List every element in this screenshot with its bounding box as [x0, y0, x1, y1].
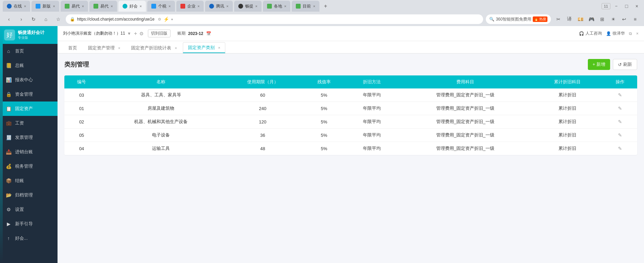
sidebar-item-funds[interactable]: 🔒 资金管理 — [0, 87, 58, 101]
user-name: 刘小艳演示账套（勿删勿动！）11 — [63, 31, 125, 36]
tab-home[interactable]: 首页 — [63, 42, 82, 53]
browser-tab-7[interactable]: 企业 × — [176, 1, 204, 12]
sidebar-item-fixed-assets[interactable]: 📋 固定资产 — [0, 101, 58, 116]
cell-period-5: 48 — [223, 142, 302, 155]
tab-close-8[interactable]: × — [226, 4, 228, 8]
sidebar-item-checkout[interactable]: 📦 结账 — [0, 174, 58, 188]
tab-close-11[interactable]: × — [313, 4, 315, 8]
security-icon: 🔒 — [70, 17, 75, 22]
browser-tab-9[interactable]: 畅提 × — [234, 1, 262, 12]
cell-action-4[interactable]: ✎ — [603, 129, 637, 142]
tab-depreciation-close[interactable]: × — [175, 46, 177, 50]
add-account-button[interactable]: + — [134, 31, 137, 37]
brightness-icon[interactable]: ☀ — [608, 14, 618, 24]
cell-period-1: 60 — [223, 88, 302, 102]
tab-category[interactable]: 固定资产类别 × — [183, 42, 225, 53]
tab-asset-management[interactable]: 固定资产管理 × — [83, 42, 125, 53]
site-info-icon[interactable]: ⚙ — [158, 17, 161, 22]
tab-close-3[interactable]: × — [82, 4, 84, 8]
tab-close-7[interactable]: × — [198, 4, 200, 8]
tab-close-6[interactable]: × — [168, 4, 171, 8]
wallet-icon[interactable]: 💴 — [576, 14, 585, 24]
window-restore-btn[interactable]: □ — [622, 2, 631, 11]
window-close-btn[interactable]: × — [632, 2, 641, 11]
sidebar-item-more[interactable]: ↑ 好会... — [0, 231, 58, 246]
tab-asset-mgmt-close[interactable]: × — [118, 46, 120, 50]
period-label: 账期 — [177, 31, 186, 36]
browser-tab-5[interactable]: 好会 × — [118, 1, 146, 12]
edit-icon-5[interactable]: ✎ — [618, 146, 622, 151]
refresh-button[interactable]: ↺ 刷新 — [613, 59, 637, 70]
browser-tab-10[interactable]: 各地 × — [263, 1, 290, 12]
tab-favicon-8 — [209, 4, 214, 9]
cell-action-5[interactable]: ✎ — [603, 142, 637, 155]
lightning-icon[interactable]: ⚡ — [163, 16, 169, 22]
add-button[interactable]: + 新增 — [588, 59, 610, 70]
tab-close-2[interactable]: × — [53, 4, 55, 8]
sidebar-item-payroll[interactable]: 💼 工资 — [0, 116, 58, 130]
edit-icon-1[interactable]: ✎ — [618, 92, 622, 98]
reload-button[interactable]: ↻ — [29, 14, 38, 24]
address-bar[interactable]: 🔒 https://cloud.chanjet.com/accounting/u… — [66, 14, 483, 24]
grid-icon[interactable]: ⊞ — [597, 14, 607, 24]
calendar-icon[interactable]: 📅 — [206, 31, 211, 36]
sidebar-item-ledger[interactable]: 📒 总账 — [0, 58, 58, 73]
cell-action-2[interactable]: ✎ — [603, 102, 637, 115]
sidebar-item-inventory[interactable]: 📥 进销台账 — [0, 145, 58, 159]
edit-icon-3[interactable]: ✎ — [618, 119, 622, 124]
content-window-restore[interactable]: ⧉ — [629, 31, 632, 36]
content-window-close[interactable]: × — [636, 31, 639, 36]
bookmark-button[interactable]: ☆ — [53, 14, 63, 24]
browser-tab-8[interactable]: 腾讯 × — [205, 1, 232, 12]
sidebar-item-guide[interactable]: ▶ 新手引导 — [0, 217, 58, 231]
back-button[interactable]: ‹ — [4, 14, 14, 24]
new-tab-button[interactable]: + — [321, 1, 330, 11]
sidebar-item-settings[interactable]: ⚙ 设置 — [0, 202, 58, 217]
account-settings-icon[interactable]: ⚙ — [139, 31, 144, 36]
tab-count-badge: 11 — [602, 3, 610, 9]
sidebar-item-invoice[interactable]: 🧾 发票管理 — [0, 130, 58, 145]
window-minimize-btn[interactable]: － — [612, 2, 621, 11]
tab-asset-mgmt-label: 固定资产管理 — [88, 45, 115, 51]
edit-icon-2[interactable]: ✎ — [618, 106, 622, 111]
sidebar-item-home[interactable]: ⌂ 首页 — [0, 44, 58, 58]
address-dropdown-icon[interactable]: ▾ — [171, 17, 173, 21]
cell-dep-account-2: 累计折旧 — [532, 102, 603, 115]
sidebar-item-archive[interactable]: 📂 归档管理 — [0, 188, 58, 202]
tab-close-4[interactable]: × — [111, 4, 113, 8]
browser-tab-6[interactable]: 个税 × — [147, 1, 175, 12]
scissors-icon[interactable]: ✂ — [554, 14, 563, 24]
cell-action-3[interactable]: ✎ — [603, 115, 637, 129]
game-icon[interactable]: 🎮 — [586, 14, 596, 24]
history-icon[interactable]: ↩ — [619, 14, 629, 24]
browser-tab-1[interactable]: 在线 × — [3, 1, 30, 12]
sidebar-item-reports[interactable]: 📊 报表中心 — [0, 73, 58, 87]
tab-depreciation-stat[interactable]: 固定资产折旧统计表 × — [126, 42, 182, 53]
translate-icon[interactable]: 译 — [565, 14, 574, 24]
tab-label-6: 个税 — [158, 3, 166, 9]
tab-favicon-1 — [7, 4, 12, 9]
user-avatar[interactable]: 👤 徐泽华 — [606, 31, 625, 36]
sidebar-item-tax[interactable]: 💰 税务管理 — [0, 159, 58, 174]
sidebar-label-guide: 新手引导 — [15, 221, 33, 227]
forward-button[interactable]: › — [16, 14, 26, 24]
tab-close-10[interactable]: × — [284, 4, 286, 8]
consult-button[interactable]: 🎧 人工咨询 — [579, 31, 602, 36]
tab-close-5[interactable]: × — [140, 4, 142, 8]
browser-tab-4[interactable]: 易代 × — [89, 1, 117, 12]
switch-version-button[interactable]: 切到旧版 — [148, 29, 171, 37]
edit-icon-4[interactable]: ✎ — [618, 132, 622, 138]
search-bar[interactable]: 🔍 360智能抠图免费用 🔥 热搜 — [486, 14, 551, 24]
browser-tab-11[interactable]: 目前 × — [292, 1, 319, 12]
tab-label-5: 好会 — [129, 3, 138, 9]
tab-close-1[interactable]: × — [24, 4, 26, 8]
tab-category-close[interactable]: × — [218, 46, 220, 50]
home-button[interactable]: ⌂ — [41, 14, 51, 24]
tab-label-10: 各地 — [274, 3, 282, 9]
browser-tab-3[interactable]: 易代 × — [61, 1, 88, 12]
tab-close-9[interactable]: × — [255, 4, 257, 8]
menu-icon[interactable]: ≡ — [630, 14, 640, 24]
browser-tab-2[interactable]: 新版 × — [31, 1, 59, 12]
cell-action-1[interactable]: ✎ — [603, 88, 637, 102]
user-dropdown-icon[interactable]: ▼ — [127, 31, 131, 36]
